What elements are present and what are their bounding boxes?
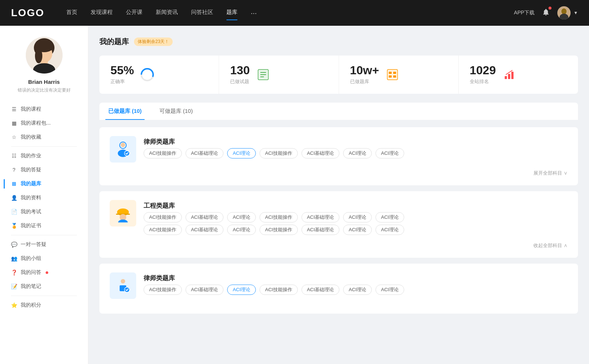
logo[interactable]: LOGO <box>11 7 48 19</box>
nav-right: APP下载 ▼ <box>514 6 578 19</box>
tag-2-r2-7[interactable]: ACI理论 <box>375 225 404 235</box>
stat-value-rank: 1029 <box>470 64 496 76</box>
layout: Brian Harris 错误的决定比没有决定要好 ☰ 我的课程 ▦ 我的课程包… <box>0 26 589 364</box>
people-icon: 👤 <box>11 195 17 201</box>
nav-more[interactable]: ··· <box>251 7 257 19</box>
stat-label-correctness: 正确率 <box>110 78 134 85</box>
tag-2-5[interactable]: ACI基础理论 <box>301 212 340 222</box>
svg-rect-20 <box>393 75 396 78</box>
sidebar-motto: 错误的决定比没有决定要好 <box>18 87 71 93</box>
quiz-bank-icon-engineer <box>110 200 136 226</box>
tag-2-r2-6[interactable]: ACI理论 <box>343 225 372 235</box>
svg-point-34 <box>118 220 128 222</box>
user-avatar-nav[interactable]: ▼ <box>557 6 578 19</box>
page-header: 我的题库 体验剩余23天！ <box>99 37 578 47</box>
sidebar-avatar <box>26 37 63 74</box>
stat-correctness: 55% 正确率 <box>99 56 219 94</box>
sidebar-item-quizbank[interactable]: ⊞ 我的题库 <box>4 177 84 191</box>
qa-icon: ❓ <box>11 270 17 275</box>
file-icon: ☰ <box>11 106 17 112</box>
lawyer-icon-2 <box>114 276 132 295</box>
tag-2-3[interactable]: ACI理论 <box>227 212 256 222</box>
sidebar-item-1v1[interactable]: 💬 一对一答疑 <box>4 238 84 251</box>
tag-2-6[interactable]: ACI理论 <box>343 212 372 222</box>
svg-point-35 <box>121 279 125 283</box>
tag-3-1[interactable]: ACI技能操作 <box>144 285 182 295</box>
quiz-bank-tags-3: ACI技能操作 ACI基础理论 ACI理论 ACI技能操作 ACI基础理论 AC… <box>144 285 568 295</box>
tag-3-4[interactable]: ACI技能操作 <box>260 285 298 295</box>
tag-1-4[interactable]: ACI技能操作 <box>260 148 298 158</box>
sidebar-item-favorites[interactable]: ☆ 我的收藏 <box>4 130 84 144</box>
stat-label-rank: 全站排名 <box>470 78 496 85</box>
sidebar: Brian Harris 错误的决定比没有决定要好 ☰ 我的课程 ▦ 我的课程包… <box>0 26 88 364</box>
divider-2 <box>11 235 77 235</box>
tag-2-2[interactable]: ACI基础理论 <box>186 212 224 222</box>
collapse-bank-2[interactable]: 收起全部科目 ∧ <box>533 241 568 249</box>
notification-bell[interactable] <box>542 8 550 18</box>
tag-2-r2-1[interactable]: ACI技能操作 <box>144 225 182 235</box>
sidebar-item-notes[interactable]: 📝 我的笔记 <box>4 279 84 293</box>
nav-discover[interactable]: 发现课程 <box>91 7 113 19</box>
nav-news[interactable]: 新闻资讯 <box>156 7 178 19</box>
sidebar-item-homework[interactable]: ☷ 我的作业 <box>4 149 84 163</box>
tag-1-3[interactable]: ACI理论 <box>227 148 256 158</box>
svg-point-1 <box>561 8 567 14</box>
tag-1-1[interactable]: ACI技能操作 <box>144 148 182 158</box>
tab-done[interactable]: 已做题库 (10) <box>99 103 151 120</box>
tag-2-1[interactable]: ACI技能操作 <box>144 212 182 222</box>
stat-done-questions: 130 已做试题 <box>219 56 339 94</box>
nav-open-course[interactable]: 公开课 <box>126 7 142 19</box>
tag-1-2[interactable]: ACI基础理论 <box>186 148 224 158</box>
nav-qa[interactable]: 问答社区 <box>191 7 213 19</box>
svg-rect-14 <box>260 74 266 75</box>
svg-rect-23 <box>511 72 514 79</box>
tag-2-7[interactable]: ACI理论 <box>375 212 404 222</box>
tag-3-6[interactable]: ACI理论 <box>343 285 372 295</box>
quiz-bank-tags-2-row1: ACI技能操作 ACI基础理论 ACI理论 ACI技能操作 ACI基础理论 AC… <box>144 212 568 222</box>
bar-chart-icon: ▦ <box>11 120 17 126</box>
tag-1-7[interactable]: ACI理论 <box>375 148 404 158</box>
certificate-icon: 🏅 <box>11 223 17 229</box>
sidebar-item-myqa[interactable]: ❓ 我的问答 <box>4 265 84 279</box>
sidebar-item-certificate[interactable]: 🏅 我的证书 <box>4 219 84 233</box>
tag-3-3[interactable]: ACI理论 <box>227 285 256 295</box>
tag-1-6[interactable]: ACI理论 <box>343 148 372 158</box>
sidebar-item-exam[interactable]: 📄 我的考试 <box>4 205 84 219</box>
sidebar-item-courses[interactable]: ☰ 我的课程 <box>4 102 84 116</box>
tag-2-r2-5[interactable]: ACI基础理论 <box>301 225 340 235</box>
expand-bank-1[interactable]: 展开全部科目 ∨ <box>533 168 568 176</box>
tag-3-7[interactable]: ACI理论 <box>375 285 404 295</box>
tag-2-r2-4[interactable]: ACI技能操作 <box>260 225 298 235</box>
sidebar-user-name: Brian Harris <box>28 79 60 85</box>
doc-icon: 📄 <box>11 209 17 215</box>
stat-ranking: 1029 全站排名 <box>459 56 578 94</box>
tag-2-r2-3[interactable]: ACI理论 <box>227 225 256 235</box>
sidebar-item-profile[interactable]: 👤 我的资料 <box>4 191 84 205</box>
divider-3 <box>11 296 77 296</box>
navbar: LOGO 首页 发现课程 公开课 新闻资讯 问答社区 题库 ··· APP下载 … <box>0 0 589 26</box>
tag-1-5[interactable]: ACI基础理论 <box>301 148 340 158</box>
quiz-tabs: 已做题库 (10) 可做题库 (10) <box>99 103 578 120</box>
divider-1 <box>11 146 77 147</box>
quiz-bank-icon-lawyer <box>110 136 136 163</box>
sidebar-menu: ☰ 我的课程 ▦ 我的课程包... ☆ 我的收藏 ☷ 我的作业 ? 我的答疑 ⊞ <box>0 102 88 312</box>
tag-3-5[interactable]: ACI基础理论 <box>301 285 340 295</box>
sidebar-item-group[interactable]: 👥 我的小组 <box>4 251 84 265</box>
stat-done-banks: 10w+ 已做题库 <box>339 56 459 94</box>
sidebar-item-course-pack[interactable]: ▦ 我的课程包... <box>4 116 84 130</box>
tag-2-4[interactable]: ACI技能操作 <box>260 212 298 222</box>
nav-home[interactable]: 首页 <box>66 7 77 19</box>
quiz-bank-lawyer-2: 律师类题库 ACI技能操作 ACI基础理论 ACI理论 ACI技能操作 ACI基… <box>99 264 578 314</box>
tag-3-2[interactable]: ACI基础理论 <box>186 285 224 295</box>
nav-quizbank[interactable]: 题库 <box>226 7 237 19</box>
tab-available[interactable]: 可做题库 (10) <box>151 103 202 120</box>
svg-rect-19 <box>389 75 392 78</box>
lawyer-icon <box>114 140 132 158</box>
nav-links: 首页 发现课程 公开课 新闻资讯 问答社区 题库 ··· <box>66 7 514 19</box>
bar-up-icon <box>502 67 516 82</box>
app-download-link[interactable]: APP下载 <box>514 10 535 16</box>
svg-rect-22 <box>508 74 510 79</box>
sidebar-item-doubts[interactable]: ? 我的答疑 <box>4 163 84 177</box>
sidebar-item-points[interactable]: ⭐ 我的积分 <box>4 298 84 312</box>
tag-2-r2-2[interactable]: ACI基础理论 <box>186 225 224 235</box>
